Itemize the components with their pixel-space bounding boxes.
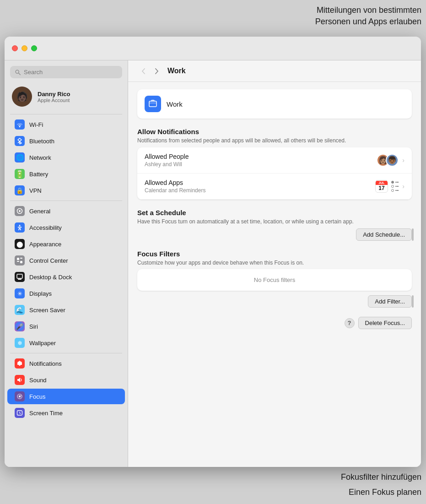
sidebar-item-battery[interactable]: 🔋 Battery bbox=[7, 166, 125, 182]
calendar-month: JUL bbox=[376, 181, 388, 185]
vpn-label: VPN bbox=[29, 187, 42, 194]
sidebar-item-appearance[interactable]: ⬤ Appearance bbox=[7, 236, 125, 252]
sidebar-item-sound[interactable]: Sound bbox=[7, 372, 125, 388]
forward-button[interactable] bbox=[151, 66, 163, 76]
control-center-icon bbox=[15, 255, 25, 266]
allow-notifications-title: Allow Notifications bbox=[137, 128, 412, 135]
sidebar-item-desktop-dock[interactable]: Desktop & Dock bbox=[7, 269, 125, 285]
system-preferences-window: 🧑🏿 Danny Rico Apple Account Wi-Fi bbox=[5, 37, 421, 467]
allowed-people-row[interactable]: Allowed People Ashley and Will 👩🏽 👦🏾 › bbox=[137, 147, 412, 173]
displays-label: Displays bbox=[29, 290, 52, 297]
allowed-apps-info: Allowed Apps Calendar and Reminders bbox=[145, 179, 375, 194]
allowed-people-subtitle: Ashley and Will bbox=[145, 161, 377, 168]
wifi-icon bbox=[15, 119, 25, 130]
annotation-top-line2: Personen und Apps erlauben bbox=[315, 16, 421, 27]
schedule-button-row: Add Schedule... bbox=[137, 228, 412, 241]
siri-icon: 🎤 bbox=[15, 321, 25, 331]
user-profile[interactable]: 🧑🏿 Danny Rico Apple Account bbox=[5, 82, 128, 112]
user-subtitle: Apple Account bbox=[38, 98, 70, 103]
allowed-apps-row[interactable]: Allowed Apps Calendar and Reminders JUL … bbox=[137, 173, 412, 200]
reminders-icon: ••• ••• ••• bbox=[391, 180, 399, 192]
wallpaper-icon: ❄ bbox=[15, 338, 25, 348]
bluetooth-icon bbox=[15, 136, 25, 146]
sidebar-divider-3 bbox=[10, 353, 122, 353]
schedule-header: Set a Schedule Have this Focus turn on a… bbox=[137, 209, 412, 226]
minimize-button[interactable] bbox=[22, 45, 27, 51]
schedule-description: Have this Focus turn on automatically at… bbox=[137, 218, 412, 226]
sidebar-item-screen-saver[interactable]: 🌊 Screen Saver bbox=[7, 302, 125, 318]
battery-icon: 🔋 bbox=[15, 169, 25, 179]
chevron-right-icon-2: › bbox=[402, 183, 404, 190]
sidebar-item-bluetooth[interactable]: Bluetooth bbox=[7, 133, 125, 149]
battery-label: Battery bbox=[29, 171, 48, 178]
notifications-label: Notifications bbox=[29, 360, 62, 367]
sidebar-item-screen-time[interactable]: Screen Time bbox=[7, 405, 125, 421]
svg-rect-10 bbox=[18, 279, 22, 280]
wifi-label: Wi-Fi bbox=[29, 121, 43, 128]
displays-icon: ✳ bbox=[15, 288, 25, 298]
allowed-apps-subtitle: Calendar and Reminders bbox=[145, 187, 375, 194]
maximize-button[interactable] bbox=[31, 45, 37, 51]
network-label: Network bbox=[29, 154, 51, 161]
sidebar-item-control-center[interactable]: Control Center bbox=[7, 253, 125, 268]
allowed-apps-title: Allowed Apps bbox=[145, 179, 375, 186]
sidebar-item-siri[interactable]: 🎤 Siri bbox=[7, 319, 125, 334]
bluetooth-label: Bluetooth bbox=[29, 138, 54, 145]
focus-label: Focus bbox=[29, 393, 45, 400]
help-button[interactable]: ? bbox=[345, 318, 355, 328]
back-button[interactable] bbox=[137, 66, 149, 76]
svg-rect-7 bbox=[17, 261, 19, 262]
sidebar-item-general[interactable]: General bbox=[7, 203, 125, 219]
focus-filters-description: Customize how your apps and device behav… bbox=[137, 259, 412, 267]
add-filter-button[interactable]: Add Filter... bbox=[368, 295, 412, 308]
focus-filters-title: Focus Filters bbox=[137, 250, 412, 258]
delete-focus-button[interactable]: Delete Focus... bbox=[358, 317, 412, 329]
main-content: Work Work Al bbox=[128, 60, 421, 467]
network-icon: 🌐 bbox=[15, 152, 25, 163]
vpn-icon: 🔒 bbox=[15, 185, 25, 195]
allowed-apps-right: JUL 17 ••• ••• ••• › bbox=[375, 180, 404, 193]
sidebar-item-network[interactable]: 🌐 Network bbox=[7, 150, 125, 165]
bottom-actions-row: ? Delete Focus... bbox=[137, 317, 412, 329]
focus-filters-header: Focus Filters Customize how your apps an… bbox=[137, 250, 412, 267]
filters-side-indicator bbox=[412, 295, 414, 308]
close-button[interactable] bbox=[12, 45, 18, 51]
appearance-icon: ⬤ bbox=[15, 239, 25, 249]
notifications-icon bbox=[15, 358, 25, 369]
sidebar-item-displays[interactable]: ✳ Displays bbox=[7, 286, 125, 301]
add-schedule-button[interactable]: Add Schedule... bbox=[356, 228, 412, 241]
general-label: General bbox=[29, 208, 50, 215]
sidebar-divider-2 bbox=[10, 201, 122, 201]
traffic-lights bbox=[12, 45, 37, 51]
work-focus-card: Work bbox=[137, 89, 412, 119]
sidebar-item-vpn[interactable]: 🔒 VPN bbox=[7, 183, 125, 198]
sidebar-item-focus[interactable]: Focus bbox=[7, 389, 125, 404]
sidebar-item-accessibility[interactable]: Accessibility bbox=[7, 220, 125, 235]
sidebar-item-wallpaper[interactable]: ❄ Wallpaper bbox=[7, 335, 125, 351]
svg-rect-13 bbox=[149, 101, 156, 107]
focus-icon bbox=[15, 391, 25, 401]
work-focus-icon bbox=[145, 96, 161, 112]
sidebar-item-wifi[interactable]: Wi-Fi bbox=[7, 117, 125, 132]
annotation-bottom-line1: Fokusfilter hinzufügen bbox=[341, 470, 421, 484]
accessibility-label: Accessibility bbox=[29, 224, 62, 231]
search-input[interactable] bbox=[24, 69, 118, 76]
search-icon bbox=[15, 69, 21, 76]
avatar: 🧑🏿 bbox=[12, 87, 32, 107]
svg-rect-9 bbox=[17, 274, 22, 278]
allow-notifications-section: Allow Notifications Notifications from s… bbox=[137, 128, 412, 200]
sidebar-item-notifications[interactable]: Notifications bbox=[7, 356, 125, 371]
screen-time-icon bbox=[15, 408, 25, 418]
annotation-top-line1: Mitteilungen von bestimmten bbox=[315, 5, 421, 16]
svg-rect-5 bbox=[17, 258, 19, 260]
svg-point-0 bbox=[16, 70, 19, 73]
allow-notifications-description: Notifications from selected people and a… bbox=[137, 137, 412, 145]
annotation-bottom-line2: Einen Fokus planen bbox=[341, 485, 421, 499]
calendar-icon: JUL 17 bbox=[375, 180, 388, 193]
sidebar: 🧑🏿 Danny Rico Apple Account Wi-Fi bbox=[5, 60, 128, 467]
avatar-will: 👦🏾 bbox=[386, 154, 399, 167]
search-box[interactable] bbox=[10, 66, 122, 78]
allowed-people-right: 👩🏽 👦🏾 › bbox=[377, 154, 404, 167]
chevron-right-icon: › bbox=[402, 157, 404, 164]
content-inner: Work Allow Notifications Notifications f… bbox=[128, 82, 421, 336]
